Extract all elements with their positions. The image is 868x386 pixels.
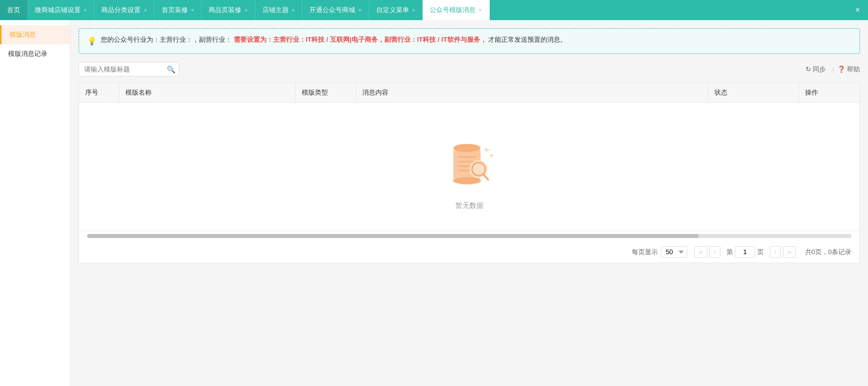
notice-highlight: 需要设置为：主营行业：IT科技 / 互联网|电子商务，副营行业：IT科技 / I… (234, 36, 487, 43)
notice-icon: 💡 (87, 35, 97, 47)
data-table: 序号模版名称模版类型消息内容状态操作 (79, 83, 860, 263)
main-layout: 模版消息模版消息记录 💡 您的公众号行业为：主营行业：，副营行业： 需要设置为：… (0, 20, 868, 386)
tab-item-5[interactable]: 店铺主题× (255, 0, 302, 20)
tab-item-6[interactable]: 开通公众号商城× (302, 0, 369, 20)
sync-button[interactable]: ↻ 同步 (806, 65, 826, 74)
scrollbar-track[interactable] (87, 234, 851, 238)
search-left: 🔍 (79, 62, 179, 76)
table-header-5: 操作 (799, 83, 859, 102)
tab-close-4[interactable]: × (244, 7, 247, 13)
page-size-label: 每页显示 (632, 248, 658, 257)
tab-close-2[interactable]: × (144, 7, 147, 13)
last-page-button[interactable]: » (783, 246, 795, 258)
divider: | (833, 65, 834, 73)
help-icon: ❓ (837, 65, 845, 73)
tab-label-8: 公众号模版消息 (430, 6, 476, 15)
pagination: 每页显示 102050100 « ‹ 第 页 › » 共0页，0条记录 (79, 241, 859, 263)
scrollbar-area (79, 230, 859, 241)
empty-state: 暂无数据 (79, 103, 859, 230)
tab-label-1: 微商城店铺设置 (35, 6, 81, 15)
tab-item-3[interactable]: 首页装修× (155, 0, 202, 20)
page-input-wrap: 第 页 (724, 246, 766, 258)
first-page-button[interactable]: « (694, 246, 707, 258)
table-header-1: 模版名称 (119, 83, 296, 102)
search-input[interactable] (79, 62, 179, 76)
tab-label-0: 首页 (7, 6, 20, 15)
next-page-button[interactable]: › (770, 246, 781, 258)
tab-label-6: 开通公众号商城 (309, 6, 355, 15)
total-info: 共0页，0条记录 (805, 248, 851, 257)
sidebar-item-0[interactable]: 模版消息 (0, 25, 70, 44)
tab-close-7[interactable]: × (412, 7, 415, 13)
sidebar-item-1[interactable]: 模版消息记录 (0, 44, 70, 63)
content-area: 💡 您的公众号行业为：主营行业：，副营行业： 需要设置为：主营行业：IT科技 /… (71, 20, 868, 386)
svg-point-2 (453, 144, 481, 152)
svg-point-3 (453, 177, 481, 184)
page-size-select[interactable]: 102050100 (661, 246, 687, 258)
table-header-3: 消息内容 (356, 83, 708, 102)
svg-line-10 (483, 174, 488, 180)
tab-item-2[interactable]: 商品分类设置× (94, 0, 154, 20)
search-right: ↻ 同步 | ❓ 帮助 (806, 65, 860, 74)
table-header-0: 序号 (79, 83, 119, 102)
tab-label-4: 商品页装修 (209, 6, 241, 15)
sync-icon: ↻ (806, 65, 811, 73)
table-header-2: 模版类型 (296, 83, 356, 102)
tab-close-5[interactable]: × (292, 7, 295, 13)
tab-close-1[interactable]: × (84, 7, 87, 13)
help-button[interactable]: ❓ 帮助 (837, 65, 860, 74)
tab-label-7: 自定义菜单 (376, 6, 409, 15)
page-label-2: 页 (757, 248, 764, 257)
tab-item-8[interactable]: 公众号模版消息× (423, 0, 489, 20)
page-nav: « ‹ 第 页 › » (693, 246, 796, 258)
notice-text: 您的公众号行业为：主营行业：，副营行业： 需要设置为：主营行业：IT科技 / 互… (101, 35, 567, 45)
tab-close-8[interactable]: × (479, 7, 482, 13)
page-number-input[interactable] (735, 246, 755, 258)
prev-page-button[interactable]: ‹ (709, 246, 720, 258)
tab-item-7[interactable]: 自定义菜单× (369, 0, 423, 20)
empty-text: 暂无数据 (455, 201, 484, 210)
global-close-button[interactable]: × (847, 0, 868, 20)
table-header: 序号模版名称模版类型消息内容状态操作 (79, 83, 859, 103)
page-label-1: 第 (726, 248, 733, 257)
search-input-wrap: 🔍 (79, 62, 179, 76)
search-button[interactable]: 🔍 (167, 65, 175, 73)
tab-item-4[interactable]: 商品页装修× (202, 0, 255, 20)
notice-bar: 💡 您的公众号行业为：主营行业：，副营行业： 需要设置为：主营行业：IT科技 /… (79, 28, 860, 54)
tab-label-5: 店铺主题 (262, 6, 289, 15)
sidebar: 模版消息模版消息记录 (0, 20, 71, 386)
search-bar: 🔍 ↻ 同步 | ❓ 帮助 (79, 62, 860, 76)
tab-close-6[interactable]: × (358, 7, 361, 13)
tab-close-3[interactable]: × (191, 7, 194, 13)
tab-bar: 首页微商城店铺设置×商品分类设置×首页装修×商品页装修×店铺主题×开通公众号商城… (0, 0, 868, 20)
tab-label-3: 首页装修 (162, 6, 188, 15)
tab-item-0[interactable]: 首页 (0, 0, 28, 20)
empty-icon (439, 133, 500, 193)
table-header-4: 状态 (708, 83, 799, 102)
scrollbar-thumb (87, 234, 699, 238)
tab-item-1[interactable]: 微商城店铺设置× (28, 0, 94, 20)
tab-label-2: 商品分类设置 (101, 6, 141, 15)
